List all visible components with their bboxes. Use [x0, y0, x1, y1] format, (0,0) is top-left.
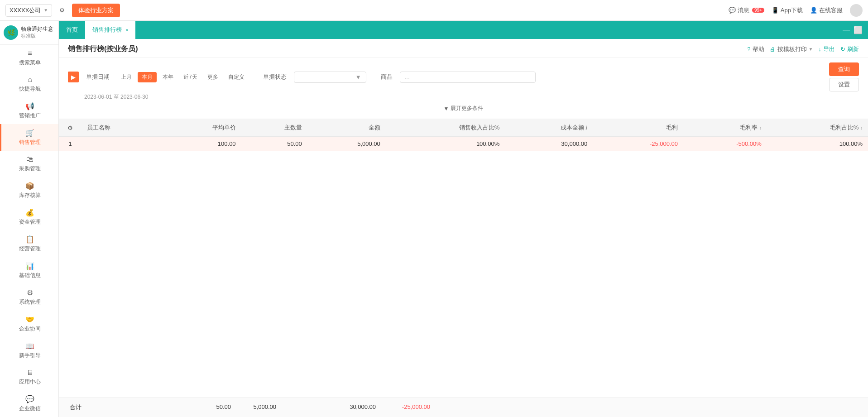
sidebar-item-purchase[interactable]: 🛍 采购管理 — [0, 151, 58, 177]
gross-rate-sort-icon[interactable]: ↕ — [759, 125, 762, 130]
col-employee: 员工名称 — [82, 119, 161, 137]
collab-icon: 🤝 — [25, 315, 34, 324]
template-print-button[interactable]: 🖨 按模板打印 ▼ — [770, 45, 813, 53]
goods-placeholder: ... — [405, 74, 531, 81]
status-select[interactable]: ▼ — [294, 72, 366, 83]
apps-icon: 🖥 — [26, 369, 34, 377]
sidebar-item-wechat[interactable]: 💬 企业微信 — [0, 390, 58, 417]
date-filter-label: 单据日期 — [86, 73, 110, 81]
sidebar-item-apps[interactable]: 🖥 应用中心 — [0, 364, 58, 390]
finance-icon: 💰 — [25, 208, 34, 217]
sidebar-item-label: 采购管理 — [19, 165, 41, 173]
sales-icon: 🛒 — [25, 129, 34, 137]
goods-filter[interactable]: ... — [400, 72, 536, 83]
col-cost-total: 成本全额 ℹ — [505, 119, 593, 137]
trial-button[interactable]: 体验行业方案 — [72, 4, 120, 17]
table-row: 1 100.00 50.00 5,000.00 100.00% 30,000.0… — [59, 137, 868, 151]
footer-gross-rate — [436, 402, 481, 413]
page-header: 销售排行榜(按业务员) ? 帮助 🖨 按模板打印 ▼ ↓ 导出 — [59, 39, 868, 58]
cell-avg-price: 100.00 — [161, 137, 241, 151]
gross-pct-sort-icon[interactable]: ↕ — [860, 125, 863, 130]
company-selector[interactable]: XXXXX公司 ▼ — [5, 4, 52, 17]
date-range-display: 2023-06-01 至 2023-06-30 — [84, 93, 859, 101]
refresh-button[interactable]: ↻ 刷新 — [840, 45, 859, 53]
sidebar-item-label: 系统管理 — [19, 298, 41, 306]
service-icon: 👤 — [810, 7, 817, 14]
export-button[interactable]: ↓ 导出 — [819, 45, 835, 53]
footer-label: 合计 — [64, 402, 164, 413]
help-icon: ? — [747, 46, 750, 53]
data-table: ⚙ 员工名称 平均单价 主数量 全额 销售收入占比% 成本全额 ℹ 毛利 毛利率… — [59, 119, 868, 151]
current-year-button[interactable]: 本年 — [158, 72, 177, 82]
current-month-button[interactable]: 本月 — [138, 72, 157, 82]
last7-button[interactable]: 近7天 — [179, 72, 201, 82]
cell-total: 5,000.00 — [307, 137, 386, 151]
home-icon: ⌂ — [28, 76, 32, 84]
col-avg-price: 平均单价 — [161, 119, 241, 137]
col-gross-pct: 毛利占比% ↕ — [767, 119, 868, 137]
custom-date-button[interactable]: 自定义 — [224, 72, 249, 82]
footer-sales-pct — [282, 402, 327, 413]
sidebar-item-basic[interactable]: 📊 基础信息 — [0, 257, 58, 284]
chevron-down-icon: ▼ — [43, 8, 48, 13]
query-button[interactable]: 查询 — [829, 62, 859, 76]
setting-button[interactable]: 设置 — [829, 78, 859, 91]
sidebar-item-marketing[interactable]: 📢 营销推广 — [0, 97, 58, 124]
sidebar-item-inventory[interactable]: 📦 库存核算 — [0, 177, 58, 204]
cell-rank: 1 — [59, 137, 82, 151]
sidebar-item-collab[interactable]: 🤝 企业协同 — [0, 311, 58, 337]
app-download-button[interactable]: 📱 App下载 — [772, 6, 803, 14]
cell-main-qty: 50.00 — [241, 137, 307, 151]
col-settings[interactable]: ⚙ — [59, 119, 82, 137]
col-gross: 毛利 — [593, 119, 683, 137]
filter-collapse-button[interactable]: ▶ — [68, 72, 79, 82]
page-title: 销售排行榜(按业务员) — [68, 44, 138, 54]
guide-icon: 📖 — [25, 342, 34, 350]
cell-gross-rate: -500.00% — [683, 137, 767, 151]
sidebar-item-label: 企业微信 — [19, 405, 41, 412]
app-icon: 📱 — [772, 7, 779, 14]
cost-info-icon[interactable]: ℹ — [585, 125, 587, 130]
tab-close-icon[interactable]: × — [125, 27, 128, 33]
footer-main-qty: 50.00 — [200, 402, 236, 413]
cell-gross: -25,000.00 — [593, 137, 683, 151]
prev-month-button[interactable]: 上月 — [117, 72, 136, 82]
footer-avg-price — [164, 402, 200, 413]
settings-icon[interactable]: ⚙ — [56, 4, 68, 17]
more-date-button[interactable]: 更多 — [203, 72, 222, 82]
sidebar-item-system[interactable]: ⚙ 系统管理 — [0, 284, 58, 311]
sidebar-item-finance[interactable]: 💰 资金管理 — [0, 204, 58, 230]
sidebar-item-operation[interactable]: 📋 经营管理 — [0, 230, 58, 257]
sidebar-item-search[interactable]: ≡ 搜索菜单 — [0, 45, 58, 71]
tab-maximize-icon[interactable]: ⬜ — [854, 26, 863, 34]
tab-minimize-icon[interactable]: — — [843, 26, 850, 34]
marketing-icon: 📢 — [25, 102, 34, 110]
footer-cost-total: 30,000.00 — [327, 402, 381, 413]
help-button[interactable]: ? 帮助 — [747, 45, 764, 53]
tab-home[interactable]: 首页 — [59, 21, 85, 39]
avatar[interactable] — [850, 4, 863, 17]
sidebar-item-nav[interactable]: ⌂ 快捷导航 — [0, 71, 58, 97]
table-area: ⚙ 员工名称 平均单价 主数量 全额 销售收入占比% 成本全额 ℹ 毛利 毛利率… — [59, 119, 868, 398]
expand-filters-button[interactable]: ▼ 展开更多条件 — [444, 105, 484, 112]
online-service-button[interactable]: 👤 在线客服 — [810, 6, 843, 14]
sidebar-item-label: 库存核算 — [19, 192, 41, 199]
tab-sales-ranking[interactable]: 销售排行榜 × — [85, 21, 135, 39]
sidebar-item-guide[interactable]: 📖 新手引导 — [0, 337, 58, 364]
search-menu-icon: ≡ — [28, 49, 32, 58]
message-badge: 99+ — [752, 8, 764, 13]
footer-total: 5,000.00 — [236, 402, 282, 413]
tab-home-label: 首页 — [66, 26, 78, 34]
logo-sub: 标准版 — [21, 33, 53, 39]
sidebar-item-label: 搜索菜单 — [19, 59, 41, 67]
logo-icon: 🌿 — [4, 25, 18, 40]
sidebar-item-sales[interactable]: 🛒 销售管理 — [0, 124, 58, 151]
system-icon: ⚙ — [27, 288, 33, 297]
message-button[interactable]: 💬 消息 99+ — [729, 6, 764, 14]
footer-gross-pct — [481, 402, 526, 413]
col-total: 全额 — [307, 119, 386, 137]
print-icon: 🖨 — [770, 46, 776, 53]
sidebar-logo: 🌿 畅康通好生意 标准版 — [0, 21, 58, 45]
sidebar-item-label: 营销推广 — [19, 112, 41, 120]
col-main-qty: 主数量 — [241, 119, 307, 137]
